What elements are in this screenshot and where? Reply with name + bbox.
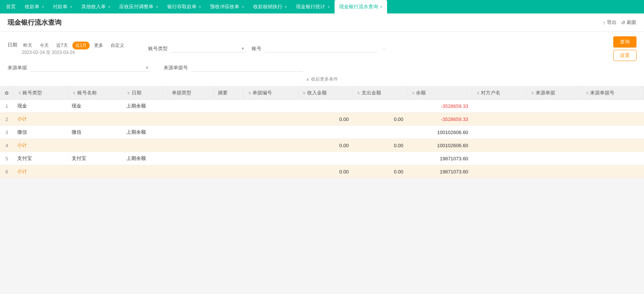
account-type-filter: 账号类型 ▾: [148, 45, 246, 52]
close-icon[interactable]: ×: [380, 4, 383, 9]
nav-tab-label: 现金银行统计: [296, 3, 325, 10]
setting-button[interactable]: 设置: [613, 50, 636, 61]
row-num: 2: [0, 113, 14, 126]
date-btn-7days[interactable]: 近7天: [53, 42, 71, 49]
close-icon[interactable]: ×: [199, 4, 201, 9]
table-row[interactable]: 4 小计 0.00 0.00 100102606.60: [0, 139, 644, 152]
column-account-name[interactable]: ⇅ 账号名称: [68, 87, 122, 100]
column-doc-type: 单据类型: [168, 87, 214, 100]
close-icon[interactable]: ×: [156, 4, 158, 9]
table-row[interactable]: 5 支付宝 支付宝 上期余额 19871073.60: [0, 152, 644, 165]
source-doc-no-input[interactable]: [191, 64, 303, 72]
cell-expense: 0.00: [353, 113, 407, 126]
cell-balance: 100102606.60: [407, 139, 472, 152]
cell-date: 上期余额: [123, 152, 168, 165]
query-button[interactable]: 查询: [613, 36, 636, 48]
account-type-select[interactable]: ▾: [171, 45, 246, 52]
close-icon[interactable]: ×: [42, 4, 44, 9]
column-gear[interactable]: ⚙: [0, 87, 14, 100]
nav-tab-tiaozhendan[interactable]: 应收应付调整单 ×: [115, 0, 162, 13]
table-row[interactable]: 6 小计 0.00 0.00 19871073.60: [0, 165, 644, 178]
table-row[interactable]: 3 微信 微信 上期余额 100102606.60: [0, 126, 644, 139]
column-expense[interactable]: ⇅ 支出金额: [353, 87, 407, 100]
column-summary: 摘要: [214, 87, 243, 100]
column-source-doc-no[interactable]: ⇅ 来源单据号: [581, 87, 644, 100]
nav-tab-hexiao[interactable]: 收款核销执行 ×: [249, 0, 291, 13]
nav-tab-qitashouru[interactable]: 其他收入单 ×: [77, 0, 115, 13]
date-btn-1month[interactable]: 近1月: [72, 42, 90, 49]
source-doc-select[interactable]: ▾: [30, 64, 150, 72]
column-counterpart[interactable]: ⇅ 对方户名: [472, 87, 526, 100]
close-icon[interactable]: ×: [327, 4, 330, 9]
cell-income: 0.00: [298, 139, 352, 152]
column-date[interactable]: ⇅ 日期: [123, 87, 168, 100]
nav-tab-label: 现金银行流水查询: [339, 3, 378, 10]
refresh-button[interactable]: ↺ 刷新: [621, 19, 636, 26]
chevron-down-icon: ▾: [242, 46, 244, 51]
cell-source-doc: [527, 100, 581, 113]
column-account-type[interactable]: ⇅ 账号类型: [14, 87, 68, 100]
date-btn-more[interactable]: 更多: [91, 42, 106, 49]
cell-expense: [353, 126, 407, 139]
cell-doc-no: [243, 165, 298, 178]
refresh-label: 刷新: [627, 19, 636, 26]
date-btn-yesterday[interactable]: 昨天: [20, 42, 35, 49]
nav-tab-label: 付款单: [53, 3, 68, 10]
chevron-down-icon: ▾: [146, 65, 149, 70]
cell-doc-type: [168, 113, 214, 126]
date-btn-today[interactable]: 今天: [37, 42, 52, 49]
account-label: 账号: [252, 45, 261, 52]
cell-source-doc: [527, 113, 581, 126]
date-btn-custom[interactable]: 自定义: [108, 42, 127, 49]
nav-home-label: 首页: [6, 3, 16, 10]
cell-account-type: 现金: [14, 100, 68, 113]
nav-tab-tongji[interactable]: 现金银行统计 ×: [291, 0, 334, 13]
cell-doc-no: [243, 139, 298, 152]
cell-account-name: 支付宝: [68, 152, 122, 165]
row-num: 6: [0, 165, 14, 178]
filter-row-2: 来源单据 ▾ 来源单据号: [8, 64, 636, 72]
nav-tab-liushui[interactable]: 现金银行流水查询 ×: [335, 0, 387, 13]
close-icon[interactable]: ×: [70, 4, 72, 9]
cell-date: [123, 165, 168, 178]
close-icon[interactable]: ×: [108, 4, 110, 9]
account-filter: 账号 ···: [252, 45, 389, 52]
cell-summary: [214, 165, 243, 178]
row-num: 3: [0, 126, 14, 139]
account-more-icon[interactable]: ···: [380, 45, 389, 52]
cell-doc-no: [243, 100, 298, 113]
cell-source-doc: [527, 126, 581, 139]
collapse-button[interactable]: ∧ 收起更多条件: [8, 75, 636, 83]
close-icon[interactable]: ×: [242, 4, 244, 9]
cell-doc-type: [168, 100, 214, 113]
cell-expense: 0.00: [353, 139, 407, 152]
page-title: 现金银行流水查询: [8, 18, 62, 27]
nav-tab-fukuandan[interactable]: 付款单 ×: [48, 0, 77, 13]
nav-tab-yinhang[interactable]: 银行存取款单 ×: [163, 0, 206, 13]
filter-area: 日期 昨天 今天 近7天 近1月 更多 自定义 2023-02-24 至 202…: [0, 32, 644, 87]
table-row[interactable]: 1 现金 现金 上期余额 -3528659.33: [0, 100, 644, 113]
column-income[interactable]: ⇅ 收入金额: [298, 87, 352, 100]
nav-tab-shoukuandan[interactable]: 收款单 ×: [20, 0, 48, 13]
cell-source-doc-no: [581, 139, 644, 152]
nav-tab-label: 收款核销执行: [253, 3, 282, 10]
close-icon[interactable]: ×: [285, 4, 287, 9]
nav-tab-yushou[interactable]: 预收冲应收单 ×: [206, 0, 248, 13]
sort-icon: ⇅: [248, 91, 251, 95]
column-doc-no[interactable]: ⇅ 单据编号: [243, 87, 298, 100]
table-row[interactable]: 2 小计 0.00 0.00 -3528659.33: [0, 113, 644, 126]
cell-account-name: [68, 139, 122, 152]
table-header-row: ⚙ ⇅ 账号类型 ⇅ 账号名称 ⇅ 日期 单据类型 摘要 ⇅ 单据编号: [0, 87, 644, 100]
cell-doc-no: [243, 152, 298, 165]
column-source-doc[interactable]: ⇅ 来源单据: [527, 87, 581, 100]
cell-date: 上期余额: [123, 100, 168, 113]
column-balance[interactable]: ⇅ 余额: [407, 87, 472, 100]
nav-tab-label: 其他收入单: [81, 3, 106, 10]
sort-icon: ⇅: [127, 91, 130, 95]
cell-income: 0.00: [298, 165, 352, 178]
nav-home[interactable]: 首页: [2, 0, 20, 13]
cell-summary: [214, 113, 243, 126]
cell-account-name: 现金: [68, 100, 122, 113]
export-button[interactable]: ↑ 导出: [603, 19, 617, 26]
account-input[interactable]: [264, 45, 377, 52]
